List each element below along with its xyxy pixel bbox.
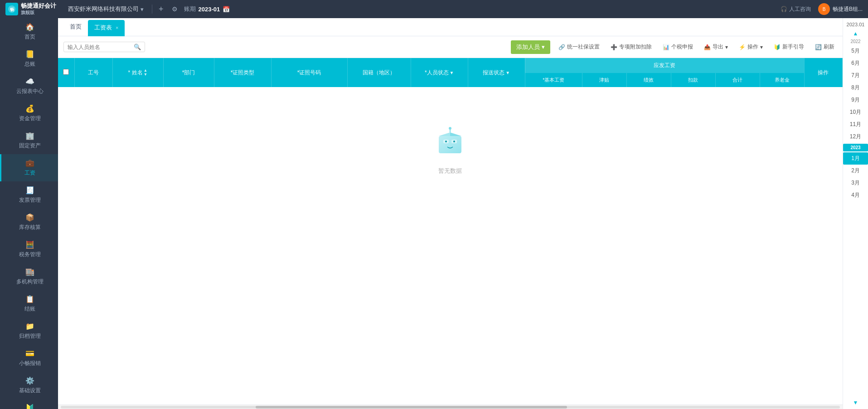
- empty-text: 暂无数据: [438, 167, 462, 175]
- payroll-icon: 💼: [25, 159, 34, 167]
- month-2023-1[interactable]: 1月: [843, 152, 868, 165]
- sidebar-label-fixed-assets: 固定资产: [19, 142, 41, 150]
- scroll-up-button[interactable]: ▲: [852, 29, 860, 38]
- select-all-checkbox[interactable]: [63, 69, 69, 75]
- scrollbar-thumb[interactable]: [256, 406, 567, 409]
- fixed-assets-icon: 🏢: [25, 131, 34, 140]
- sidebar-label-tax: 税务管理: [19, 251, 41, 258]
- sidebar-item-fund[interactable]: 💰 资金管理: [0, 100, 58, 127]
- company-selector[interactable]: 西安虾米网络科技有限公司 ▾: [64, 4, 147, 14]
- search-input[interactable]: [68, 44, 132, 50]
- month-2023-2[interactable]: 2月: [843, 165, 868, 177]
- sidebar-item-settle[interactable]: 📋 结账: [0, 290, 58, 317]
- th-pension: 养老金: [760, 73, 804, 87]
- guide-action[interactable]: 🔰 新手引导: [771, 41, 807, 53]
- sidebar-item-cloud-report[interactable]: ☁️ 云报表中心: [0, 73, 58, 100]
- th-name-label: * 姓名: [128, 69, 143, 77]
- tab-close-icon[interactable]: ×: [116, 25, 118, 30]
- tab-bar: 首页 工资表 ×: [58, 18, 843, 36]
- export-label: 导出: [713, 43, 723, 51]
- content-area: 首页 工资表 × 🔍 添加人员 ▾: [58, 18, 843, 409]
- month-2023-4[interactable]: 4月: [843, 189, 868, 201]
- month-2022-12[interactable]: 12月: [843, 131, 868, 143]
- period-label: 账期: [184, 5, 196, 13]
- sidebar-item-ledger[interactable]: 📒 总账: [0, 45, 58, 73]
- sidebar-item-expense[interactable]: 💳 小畅报销: [0, 345, 58, 372]
- table-scrollbar[interactable]: [58, 404, 843, 409]
- sidebar-item-basic-settings[interactable]: ⚙️ 基础设置: [0, 372, 58, 399]
- svg-rect-2: [439, 136, 461, 153]
- export-action[interactable]: 📤 导出 ▾: [701, 41, 731, 53]
- sidebar-label-settle: 结账: [24, 305, 35, 313]
- th-cert-no: *证照号码: [271, 58, 347, 87]
- tab-home[interactable]: 首页: [63, 18, 88, 36]
- th-status: *人员状态 ▼: [411, 58, 468, 87]
- user-info[interactable]: B 畅捷通B组...: [818, 3, 863, 15]
- refresh-icon: 🔄: [815, 44, 822, 50]
- refresh-action[interactable]: 🔄 刷新: [812, 41, 837, 53]
- month-2022-8[interactable]: 8月: [843, 82, 868, 94]
- sidebar-item-home[interactable]: 🏠 首页: [0, 18, 58, 45]
- operations-icon: ⚡: [739, 44, 746, 50]
- app-version: 旗舰版: [21, 10, 56, 16]
- sidebar-item-guide[interactable]: 🔰 新手引导: [0, 399, 58, 409]
- th-checkbox[interactable]: [58, 58, 74, 87]
- calendar-icon[interactable]: 📅: [223, 6, 230, 13]
- month-2022-11[interactable]: 11月: [843, 118, 868, 131]
- add-button[interactable]: +: [157, 4, 165, 15]
- social-security-action[interactable]: 🔗 统一社保设置: [556, 41, 602, 53]
- sidebar-item-fixed-assets[interactable]: 🏢 固定资产: [0, 127, 58, 154]
- fund-icon: 💰: [25, 104, 34, 113]
- month-2022-5[interactable]: 5月: [843, 45, 868, 57]
- export-icon: 📤: [704, 44, 711, 50]
- operations-action[interactable]: ⚡ 操作 ▾: [736, 41, 766, 53]
- search-icon: 🔍: [134, 44, 141, 50]
- sidebar-item-multi-org[interactable]: 🏬 多机构管理: [0, 263, 58, 290]
- search-wrap: 🔍: [63, 42, 145, 52]
- th-allowance: 津贴: [582, 73, 626, 87]
- guide-action-icon: 🔰: [774, 44, 781, 50]
- table-container: 工号 * 姓名 ▲▼ *部门 *证照类型 *证照号码 国籍（地区）: [58, 58, 843, 404]
- sidebar-item-payroll[interactable]: 💼 工资: [0, 154, 58, 181]
- year-2023-badge: 2023: [843, 144, 868, 151]
- toolbar: 🔍 添加人员 ▾ 🔗 统一社保设置 ➕ 专项附加扣除: [58, 36, 843, 58]
- month-2022-6[interactable]: 6月: [843, 57, 868, 69]
- sidebar-item-inventory[interactable]: 📦 库存核算: [0, 209, 58, 236]
- th-report-status-label: 报送状态: [483, 69, 504, 77]
- personal-tax-action[interactable]: 📊 个税申报: [660, 41, 696, 53]
- sidebar-item-tax[interactable]: 🧮 税务管理: [0, 236, 58, 263]
- svg-point-5: [445, 141, 447, 142]
- add-person-button[interactable]: 添加人员 ▾: [511, 40, 550, 54]
- sidebar-item-invoice[interactable]: 🧾 发票管理: [0, 181, 58, 209]
- svg-text:畅: 畅: [10, 7, 14, 12]
- month-2022-7[interactable]: 7月: [843, 69, 868, 82]
- month-2022-10[interactable]: 10月: [843, 106, 868, 118]
- invoice-icon: 🧾: [25, 186, 34, 195]
- sidebar-label-archive: 归档管理: [19, 332, 41, 340]
- support-button[interactable]: 🎧 人工咨询: [781, 5, 811, 13]
- app-name: 畅捷通好会计: [21, 2, 56, 10]
- chevron-down-icon: ▾: [141, 6, 144, 13]
- home-icon: 🏠: [25, 23, 34, 31]
- sidebar-label-cloud-report: 云报表中心: [16, 88, 44, 95]
- guide-action-label: 新手引导: [782, 43, 804, 51]
- sidebar-label-payroll: 工资: [24, 169, 35, 177]
- tab-home-label: 首页: [70, 23, 82, 31]
- tab-payroll-table[interactable]: 工资表 ×: [88, 20, 125, 36]
- empty-state-row: 暂无数据: [58, 87, 843, 211]
- special-deduction-action[interactable]: ➕ 专项附加扣除: [608, 41, 655, 53]
- user-avatar: B: [818, 3, 830, 15]
- scroll-down-button[interactable]: ▼: [852, 398, 860, 407]
- main-layout: 🏠 首页 📒 总账 ☁️ 云报表中心 💰 资金管理 🏢 固定资产 💼 工资: [0, 18, 868, 409]
- sidebar-item-archive[interactable]: 📁 归档管理: [0, 317, 58, 345]
- month-2023-3[interactable]: 3月: [843, 177, 868, 189]
- th-report-status: 报送状态 ▼: [468, 58, 525, 87]
- sidebar-label-multi-org: 多机构管理: [16, 278, 44, 286]
- report-status-filter-icon[interactable]: ▼: [505, 70, 510, 75]
- right-panel-period-label: 2023.01: [846, 20, 866, 29]
- tab-payroll-label: 工资表: [94, 24, 112, 32]
- name-sort-icon[interactable]: ▲▼: [144, 68, 148, 77]
- month-2022-9[interactable]: 9月: [843, 94, 868, 106]
- status-filter-icon[interactable]: ▼: [450, 70, 454, 75]
- settings-icon[interactable]: ⚙: [170, 5, 179, 14]
